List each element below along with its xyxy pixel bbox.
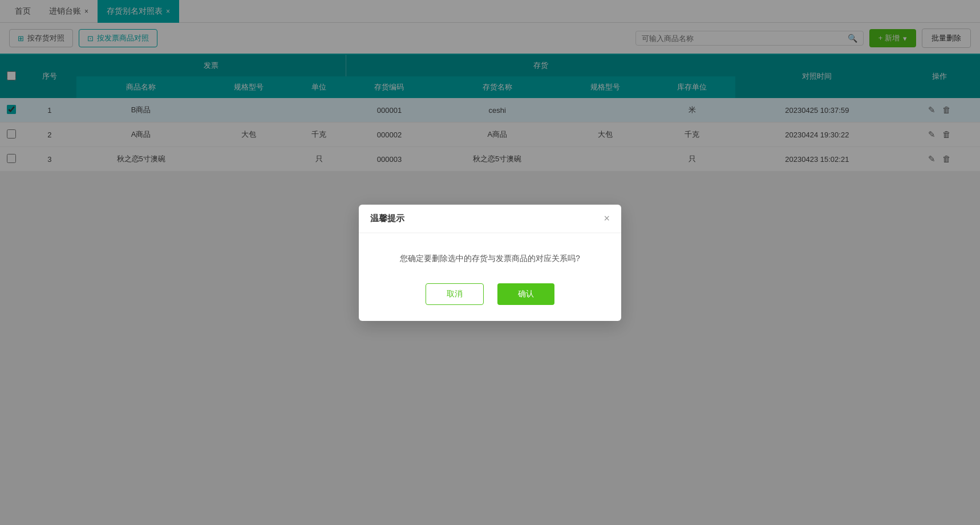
dialog-overlay: 温馨提示 × 您确定要删除选中的存货与发票商品的对应关系吗? 取消 确认 (0, 0, 980, 172)
